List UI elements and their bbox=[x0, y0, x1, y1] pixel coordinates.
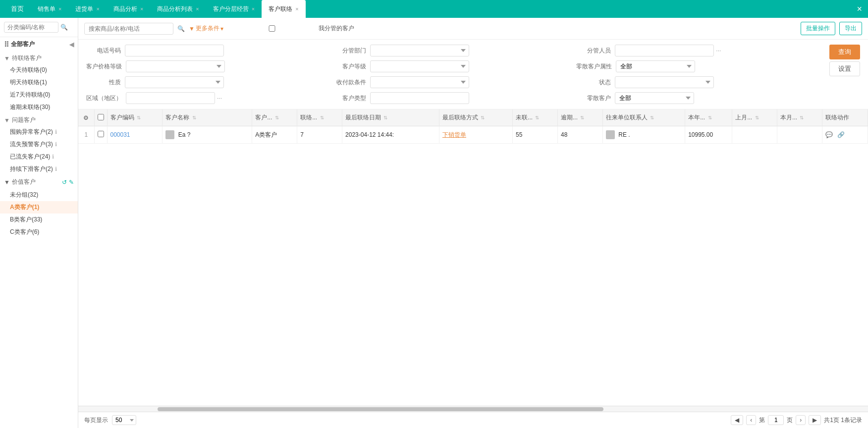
filter-search-icon[interactable]: 🔍 bbox=[177, 25, 185, 32]
next-page-button[interactable]: › bbox=[796, 415, 806, 425]
batch-button[interactable]: 批量操作 bbox=[801, 22, 835, 35]
row-contact: 7 bbox=[297, 126, 342, 144]
filter-bar-right: 批量操作 导出 bbox=[801, 22, 862, 35]
sidebar-item-hoarding[interactable]: 囤购异常客户(2) ℹ bbox=[0, 126, 78, 138]
col-this-year[interactable]: 本年... ⇅ bbox=[685, 109, 732, 126]
sidebar-item-7days[interactable]: 近7天待联络(0) bbox=[0, 89, 78, 101]
export-button[interactable]: 导出 bbox=[839, 22, 862, 35]
nav-customer-tier[interactable]: 客户分层经营 × bbox=[206, 0, 262, 18]
nav-goods-analysis-list[interactable]: 商品分析列表 × bbox=[150, 0, 206, 18]
col-contact[interactable]: 联络... ⇅ bbox=[297, 109, 342, 126]
contact-person-avatar bbox=[606, 130, 615, 139]
my-customers-checkbox[interactable] bbox=[227, 25, 317, 32]
close-goods-analysis-icon[interactable]: × bbox=[140, 6, 143, 12]
prev-page-button[interactable]: ‹ bbox=[746, 415, 756, 425]
col-code[interactable]: 客户编码 ⇅ bbox=[107, 109, 163, 126]
row-last-method[interactable]: 下销货单 bbox=[439, 126, 512, 144]
col-last-date[interactable]: 最后联络日期 ⇅ bbox=[342, 109, 439, 126]
col-contact-person[interactable]: 往来单位联系人 ⇅ bbox=[602, 109, 685, 126]
gear-icon[interactable]: ⚙ bbox=[83, 114, 89, 121]
col-this-month[interactable]: 本月... ⇅ bbox=[777, 109, 822, 126]
edit-icon[interactable]: ✎ bbox=[69, 179, 74, 186]
action-chat-icon[interactable]: 💬 bbox=[825, 131, 833, 138]
collapse-icon[interactable]: ◀ bbox=[69, 41, 74, 48]
col-overdue[interactable]: 逾期... ⇅ bbox=[558, 109, 603, 126]
nav-purchase[interactable]: 进货单 × bbox=[68, 0, 106, 18]
page-number-input[interactable] bbox=[768, 415, 784, 425]
filter-status-select[interactable] bbox=[615, 76, 714, 88]
all-customers-header[interactable]: ⠿ 全部客户 ◀ bbox=[0, 37, 78, 52]
nav-home[interactable]: 首页 bbox=[4, 0, 31, 18]
table-scrollbar-area bbox=[78, 406, 868, 412]
sidebar-group-value[interactable]: ▼ 价值客户 ↺ ✎ bbox=[0, 175, 78, 189]
filter-payment-select[interactable] bbox=[370, 76, 469, 88]
sidebar-group-problem[interactable]: ▼ 问题客户 bbox=[0, 113, 78, 126]
last-method-link[interactable]: 下销货单 bbox=[442, 131, 466, 138]
filter-cust-level-select[interactable] bbox=[370, 60, 469, 72]
filter-phone-input[interactable] bbox=[125, 45, 224, 56]
filter-dept-select[interactable] bbox=[370, 45, 469, 56]
filter-more-button[interactable]: ▼ 更多条件 ▾ bbox=[189, 24, 223, 33]
close-customer-contact-icon[interactable]: × bbox=[295, 6, 298, 12]
close-all-icon[interactable]: × bbox=[857, 4, 862, 14]
close-goods-analysis-list-icon[interactable]: × bbox=[196, 6, 199, 12]
sidebar-item-a-class[interactable]: A类客户(1) bbox=[0, 201, 78, 214]
sidebar-item-declining[interactable]: 持续下滑客户(2) ℹ bbox=[0, 163, 78, 175]
refresh-icon[interactable]: ↺ bbox=[62, 179, 67, 186]
scrollbar-thumb[interactable] bbox=[158, 407, 603, 411]
sort-contact-icon: ⇅ bbox=[320, 115, 324, 120]
per-page-select[interactable]: 50 20 100 bbox=[112, 415, 136, 425]
sidebar-item-today[interactable]: 今天待联络(0) bbox=[0, 64, 78, 76]
col-select-all[interactable] bbox=[94, 109, 107, 126]
col-last-month[interactable]: 上月... ⇅ bbox=[732, 109, 777, 126]
sidebar-group-pending[interactable]: ▼ 待联络客户 bbox=[0, 52, 78, 64]
close-sales-icon[interactable]: × bbox=[58, 6, 61, 12]
close-purchase-icon[interactable]: × bbox=[96, 6, 99, 12]
sidebar-item-c-class[interactable]: C类客户(6) bbox=[0, 226, 78, 238]
filter-manager-input[interactable] bbox=[615, 45, 714, 56]
filter-cust-type-input[interactable] bbox=[370, 92, 469, 104]
row-checkbox[interactable] bbox=[98, 131, 104, 137]
filter-retail-attr-select[interactable]: 全部 bbox=[616, 60, 695, 72]
filter-cell-retail-attr: 零散客户属性 全部 bbox=[576, 60, 821, 72]
row-checkbox-cell[interactable] bbox=[94, 126, 107, 144]
settings-button[interactable]: 设置 bbox=[829, 61, 860, 76]
adv-filter-row-3: 性质 收付款条件 状态 bbox=[86, 76, 821, 88]
sidebar-item-overdue[interactable]: 逾期未联络(30) bbox=[0, 101, 78, 113]
sidebar-item-churned[interactable]: 已流失客户(24) ℹ bbox=[0, 151, 78, 163]
col-last-method[interactable]: 最后联络方式 ⇅ bbox=[439, 109, 512, 126]
last-page-button[interactable]: ▶ bbox=[809, 415, 821, 425]
action-link-icon[interactable]: 🔗 bbox=[837, 131, 845, 138]
nav-customer-contact[interactable]: 客户联络 × bbox=[262, 0, 305, 18]
filter-cell-retail: 零散客户 全部 bbox=[576, 92, 821, 104]
sidebar-search-icon[interactable]: 🔍 bbox=[60, 24, 68, 31]
col-not-contact[interactable]: 未联... ⇅ bbox=[513, 109, 558, 126]
col-gear[interactable]: ⚙ bbox=[78, 109, 94, 126]
nav-goods-analysis[interactable]: 商品分析 × bbox=[107, 0, 150, 18]
sidebar-search-input[interactable] bbox=[4, 22, 58, 33]
query-button[interactable]: 查询 bbox=[829, 45, 860, 59]
filter-region-input[interactable] bbox=[126, 92, 215, 104]
row-code[interactable]: 000031 bbox=[107, 126, 163, 144]
col-type[interactable]: 客户... ⇅ bbox=[252, 109, 297, 126]
select-all-checkbox[interactable] bbox=[98, 114, 104, 120]
filter-nature-select[interactable] bbox=[125, 76, 224, 88]
sort-last-method-icon: ⇅ bbox=[481, 115, 485, 120]
sidebar-item-ungrouped[interactable]: 未分组(32) bbox=[0, 189, 78, 201]
filter-manager-dots[interactable]: ··· bbox=[716, 47, 721, 54]
sidebar-item-b-class[interactable]: B类客户(33) bbox=[0, 214, 78, 226]
filter-price-level-select[interactable] bbox=[126, 60, 225, 72]
filter-region-dots[interactable]: ··· bbox=[217, 95, 222, 102]
sort-this-year-icon: ⇅ bbox=[708, 115, 712, 120]
my-customers-filter[interactable]: 我分管的客户 bbox=[227, 24, 354, 33]
sidebar-item-churn-warn[interactable]: 流失预警客户(3) ℹ bbox=[0, 138, 78, 151]
filter-retail-select[interactable]: 全部 bbox=[615, 92, 694, 104]
sidebar-item-tomorrow[interactable]: 明天待联络(1) bbox=[0, 76, 78, 89]
close-customer-tier-icon[interactable]: × bbox=[252, 6, 255, 12]
scrollbar-track bbox=[78, 407, 868, 411]
search-input[interactable] bbox=[84, 23, 173, 35]
first-page-button[interactable]: ◀ bbox=[731, 415, 743, 425]
col-name[interactable]: 客户名称 ⇅ bbox=[163, 109, 252, 126]
filter-region-label: 区域（地区） bbox=[86, 94, 122, 103]
nav-sales[interactable]: 销售单 × bbox=[31, 0, 68, 18]
